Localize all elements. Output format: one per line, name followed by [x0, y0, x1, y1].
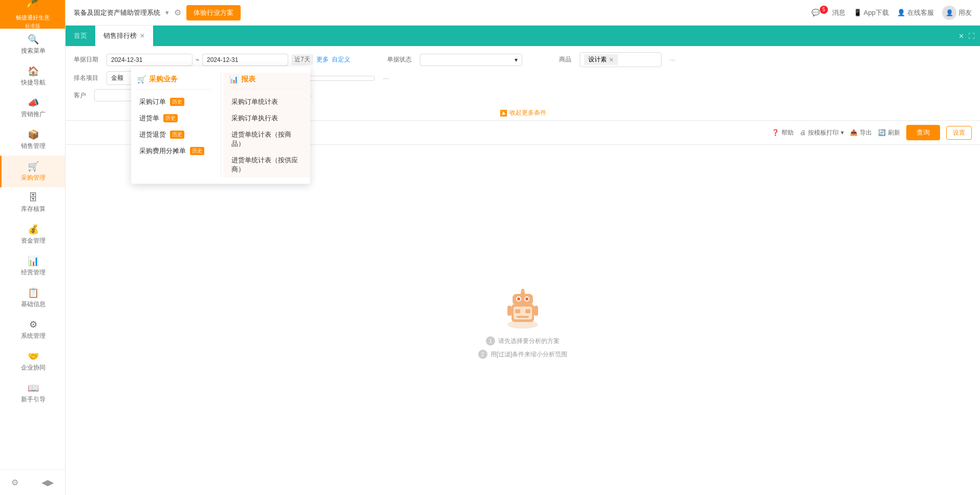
- inbound-label: 进货单: [139, 114, 159, 123]
- sidebar-item-marketing[interactable]: 📣 营销推广: [0, 92, 65, 124]
- date-from-input[interactable]: [106, 54, 193, 66]
- sidebar-item-baseinfo[interactable]: 📋 基础信息: [0, 282, 65, 314]
- return-history-tag: 历史: [170, 131, 184, 139]
- sidebar-item-enterprise[interactable]: 🤝 企业协同: [0, 346, 65, 377]
- tab-sales-ranking[interactable]: 销售排行榜 ✕: [95, 26, 153, 46]
- dropdown-item-inbound-stats-supplier[interactable]: 进货单统计表（按供应商）: [229, 152, 305, 178]
- sidebar-item-purchase[interactable]: 🛒 采购管理: [0, 156, 65, 187]
- product-filter[interactable]: 设计素 ✕: [580, 52, 662, 67]
- export-icon: 📤: [850, 129, 858, 136]
- date-to-input[interactable]: [202, 54, 288, 66]
- report-header-label: 报表: [241, 75, 255, 84]
- main-area: 装备及固定资产辅助管理系统 ▾ ⚙ 体验行业方案 💬 5 消息 📱 App下载 …: [66, 0, 980, 495]
- purchase-icon: 🛒: [28, 161, 39, 172]
- date-tag-7days[interactable]: 近7天: [291, 54, 313, 65]
- print-btn[interactable]: 🖨 按模板打印 ▾: [800, 128, 844, 137]
- sidebar-item-finance[interactable]: 💰 资金管理: [0, 219, 65, 250]
- topbar: 装备及固定资产辅助管理系统 ▾ ⚙ 体验行业方案 💬 5 消息 📱 App下载 …: [66, 0, 980, 26]
- sidebar-item-system[interactable]: ⚙ 系统管理: [0, 314, 65, 346]
- step1-num: 1: [486, 336, 495, 346]
- app-download-label: App下载: [864, 8, 889, 17]
- filter-row-1: 单据日期 ~ 近7天 更多 自定义 单据状态 ▾ 商品: [74, 52, 972, 67]
- step2-text: 用[过滤]条件来缩小分析范围: [491, 350, 568, 359]
- content-area: 单据日期 ~ 近7天 更多 自定义 单据状态 ▾ 商品: [66, 46, 980, 495]
- online-service-item[interactable]: 👤 在线客服: [897, 8, 934, 17]
- dropdown-item-inbound-stats-product[interactable]: 进货单统计表（按商品）: [229, 126, 305, 152]
- export-btn[interactable]: 📤 导出: [850, 128, 872, 137]
- print-dropdown-icon: ▾: [841, 129, 844, 136]
- enterprise-icon: 🤝: [28, 351, 39, 362]
- notification-item[interactable]: 💬 5 消息: [812, 8, 845, 17]
- sidebar-footer: ⚙ ◀▶: [0, 469, 65, 495]
- tab-home-label: 首页: [74, 31, 87, 40]
- expense-history-tag: 历史: [190, 147, 204, 155]
- svg-rect-6: [507, 306, 512, 316]
- phone-icon: 📱: [854, 9, 862, 16]
- marketing-icon: 📣: [28, 97, 39, 109]
- refresh-btn[interactable]: 🔄 刷新: [878, 128, 900, 137]
- sidebar-collapse-btn[interactable]: ◀▶: [41, 478, 54, 487]
- tab-expand-icon[interactable]: ⛶: [968, 32, 975, 40]
- dropdown-item-return[interactable]: 进货退货 历史: [137, 126, 212, 143]
- purchase-header-icon: 🛒: [137, 75, 146, 83]
- svg-point-14: [521, 289, 524, 292]
- empty-state: 1 请先选择要分析的方案 2 用[过滤]条件来缩小分析范围: [66, 145, 980, 495]
- empty-illustration: [497, 281, 548, 332]
- topbar-settings-icon[interactable]: ⚙: [174, 8, 181, 17]
- tab-close-icon[interactable]: ✕: [140, 32, 145, 39]
- refresh-icon: 🔄: [878, 129, 886, 136]
- purchase-header: 🛒 采购业务: [137, 73, 212, 90]
- system-icon: ⚙: [29, 319, 37, 330]
- purchase-order-label: 采购订单: [139, 97, 166, 106]
- tab-home[interactable]: 首页: [66, 26, 95, 46]
- status-dropdown-icon: ▾: [515, 56, 518, 63]
- notification-badge: 5: [820, 6, 828, 14]
- dropdown-item-purchase-order[interactable]: 采购订单 历史: [137, 94, 212, 110]
- query-btn[interactable]: 查询: [906, 125, 940, 140]
- purchase-order-history-tag: 历史: [170, 98, 184, 106]
- product-ellipsis[interactable]: ···: [670, 56, 675, 63]
- help-icon: ❓: [772, 129, 779, 136]
- dropdown-columns: 🛒 采购业务 采购订单 历史 进货单 历史 进货退货 历史: [131, 73, 310, 178]
- tab-minimize-icon[interactable]: ✕: [958, 32, 964, 40]
- sidebar-item-inventory[interactable]: 🗄 库存核算: [0, 187, 65, 219]
- svg-point-11: [517, 297, 520, 300]
- date-more-link[interactable]: 更多: [316, 55, 329, 64]
- salesperson-ellipsis[interactable]: ···: [383, 74, 389, 82]
- report-header: 📊 报表: [229, 73, 305, 90]
- sidebar-item-sales[interactable]: 📦 销售管理: [0, 124, 65, 156]
- user-item[interactable]: 👤 用友: [942, 6, 972, 20]
- dropdown-item-purchase-stats[interactable]: 采购订单统计表: [229, 94, 305, 110]
- service-icon: 👤: [897, 9, 905, 16]
- app-download-item[interactable]: 📱 App下载: [854, 8, 889, 17]
- collapse-up-icon: 🔼: [500, 110, 507, 117]
- product-chip-close[interactable]: ✕: [609, 56, 614, 63]
- status-select[interactable]: ▾: [420, 54, 522, 66]
- dropdown-item-expense[interactable]: 采购费用分摊单 历史: [137, 143, 212, 159]
- dropdown-arrow-icon[interactable]: ▾: [165, 9, 169, 16]
- help-btn[interactable]: ❓ 帮助: [772, 128, 794, 137]
- empty-robot-svg: [497, 281, 548, 332]
- sidebar-item-nav[interactable]: 🏠 快捷导航: [0, 60, 65, 92]
- sidebar-settings-btn[interactable]: ⚙: [11, 478, 18, 487]
- return-label: 进货退货: [139, 130, 166, 139]
- sidebar-nav: 🔍 搜索菜单 🏠 快捷导航 📣 营销推广 📦 销售管理 🛒 采购管理 🗄 库存核…: [0, 29, 65, 469]
- dropdown-menu: 🛒 采购业务 采购订单 历史 进货单 历史 进货退货 历史: [131, 67, 310, 184]
- dropdown-item-inbound[interactable]: 进货单 历史: [137, 110, 212, 126]
- industry-btn[interactable]: 体验行业方案: [186, 5, 241, 20]
- notification-label: 消息: [832, 8, 845, 17]
- svg-point-12: [525, 297, 528, 300]
- product-chip-label: 设计素: [588, 55, 607, 64]
- date-separator: ~: [196, 56, 199, 63]
- date-custom-link[interactable]: 自定义: [332, 55, 350, 64]
- sidebar-item-search[interactable]: 🔍 搜索菜单: [0, 29, 65, 60]
- topbar-right: 💬 5 消息 📱 App下载 👤 在线客服 👤 用友: [812, 6, 972, 20]
- sidebar-item-operation[interactable]: 📊 经营管理: [0, 250, 65, 282]
- sidebar-item-newuser[interactable]: 📖 新手引导: [0, 377, 65, 409]
- step2-num: 2: [478, 350, 487, 359]
- inbound-history-tag: 历史: [163, 114, 178, 122]
- sales-icon: 📦: [28, 129, 39, 140]
- search-icon: 🔍: [28, 34, 39, 45]
- settings-btn[interactable]: 设置: [946, 126, 972, 140]
- dropdown-item-purchase-exec[interactable]: 采购订单执行表: [229, 110, 305, 126]
